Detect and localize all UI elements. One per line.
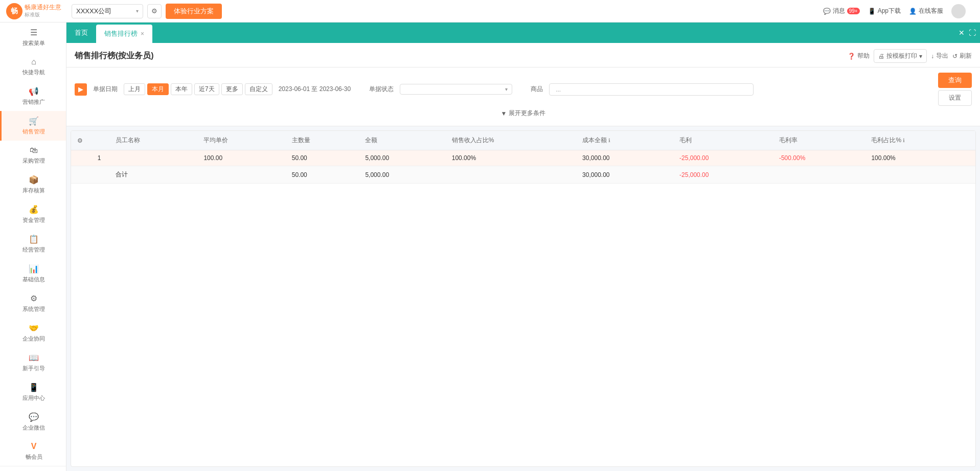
header-actions: ❓ 帮助 🖨 按模板打印 ▾ ↓ 导出 ↺ <box>848 49 972 63</box>
page-header: 销售排行榜(按业务员) ❓ 帮助 🖨 按模板打印 ▾ ↓ <box>66 43 980 68</box>
row-avg-price: 100.00 <box>197 150 285 166</box>
settings-button[interactable]: 设置 <box>938 90 972 106</box>
logo-area: 畅 畅康通好生意 标准版 <box>6 3 67 19</box>
ranking-table: ⚙ 员工名称 平均单价 主数量 全额 销售收入占比% 成本全额 ℹ 毛利 毛利率 <box>71 131 975 184</box>
tab-sales-ranking[interactable]: 销售排行榜 × <box>96 25 152 43</box>
date-btn-7days[interactable]: 近7天 <box>194 83 219 95</box>
sidebar-label-finance: 资金管理 <box>22 216 45 224</box>
date-btn-last-month[interactable]: 上月 <box>124 83 145 95</box>
sidebar-item-member[interactable]: V 畅会员 <box>0 437 66 466</box>
sidebar-item-search-order[interactable]: ☰ 搜索菜单 <box>0 23 66 52</box>
sidebar-item-beginner-guide[interactable]: 📖 新手引导 <box>0 348 66 377</box>
status-select[interactable]: ▾ <box>400 84 512 95</box>
finance-icon: 💰 <box>29 205 39 214</box>
table-body: 1 100.00 50.00 5,000.00 100.00% 30,000.0… <box>71 150 975 166</box>
main-area: ☰ 搜索菜单 ⌂ 快捷导航 📢 营销推广 🛒 销售管理 🛍 采购管理 📦 库 <box>0 23 980 471</box>
page-title: 销售排行榜(按业务员) <box>75 51 154 61</box>
sidebar-label-system: 系统管理 <box>22 305 45 313</box>
inventory-icon: 📦 <box>29 175 39 185</box>
search-icon: ☰ <box>30 28 37 37</box>
filter-expand-arrow[interactable]: ▶ <box>75 83 87 96</box>
sidebar-item-app-center[interactable]: 📱 应用中心 <box>0 377 66 407</box>
print-chevron-icon: ▾ <box>919 53 922 60</box>
sidebar-label-basicinfo: 基础信息 <box>22 276 45 283</box>
message-badge: 99+ <box>847 8 860 14</box>
date-btn-this-month[interactable]: 本月 <box>147 83 169 95</box>
sidebar-item-operations[interactable]: 📋 经营管理 <box>0 229 66 259</box>
filter-area: ▶ 单据日期 上月 本月 本年 近7天 更多 自定义 2023-06-01 <box>66 68 980 126</box>
table-header: ⚙ 员工名称 平均单价 主数量 全额 销售收入占比% 成本全额 ℹ 毛利 毛利率 <box>71 131 975 150</box>
company-selector[interactable]: XXXXX公司 ▾ <box>72 4 143 18</box>
footer-rank-col <box>89 166 109 184</box>
sidebar-label-purchase: 采购管理 <box>22 157 45 165</box>
tab-fullscreen-icon[interactable]: ⛶ <box>969 29 976 37</box>
col-avg-price: 平均单价 <box>197 131 285 150</box>
print-button[interactable]: 🖨 按模板打印 ▾ <box>874 49 927 63</box>
row-settings <box>71 150 89 166</box>
footer-amount: 5,000.00 <box>359 166 445 184</box>
home-icon: ⌂ <box>31 57 36 66</box>
avatar[interactable] <box>951 4 966 18</box>
settings-icon[interactable]: ⚙ <box>147 4 162 18</box>
row-amount: 5,000.00 <box>359 150 445 166</box>
date-btn-more[interactable]: 更多 <box>221 83 243 95</box>
top-bar-right: 💬 消息 99+ 📱 App下载 👤 在线客服 <box>823 4 974 18</box>
expand-conditions-button[interactable]: ▼ 展开更多条件 <box>501 109 546 118</box>
export-button[interactable]: ↓ 导出 <box>931 52 948 60</box>
sidebar-item-finance[interactable]: 💰 资金管理 <box>0 199 66 229</box>
help-label: 帮助 <box>857 52 870 60</box>
goods-filter-label: 商品 <box>531 85 543 94</box>
date-btn-this-year[interactable]: 本年 <box>171 83 192 95</box>
col-settings[interactable]: ⚙ <box>71 131 89 150</box>
logo-icon: 畅 <box>6 3 22 19</box>
sidebar-label-quicknav: 快捷导航 <box>22 69 45 76</box>
print-icon: 🖨 <box>878 53 884 60</box>
trial-button[interactable]: 体验行业方案 <box>166 4 222 19</box>
sidebar-item-enterprise-collab[interactable]: 🤝 企业协同 <box>0 318 66 348</box>
row-cost-amount: 30,000.00 <box>576 150 673 166</box>
tab-close-icon[interactable]: × <box>141 30 144 37</box>
row-sales-pct: 100.00% <box>446 150 576 166</box>
sidebar-bottom: ⚙ ◀ <box>0 466 66 471</box>
row-gross-profit: -25,000.00 <box>673 150 773 166</box>
help-icon: ❓ <box>848 53 855 60</box>
online-service-button[interactable]: 👤 在线客服 <box>909 7 943 15</box>
refresh-label: 刷新 <box>960 52 972 60</box>
sidebar-item-enterprise-wechat[interactable]: 💬 企业微信 <box>0 407 66 437</box>
refresh-icon: ↺ <box>952 53 958 60</box>
message-label: 消息 <box>833 7 845 15</box>
tab-close-all-icon[interactable]: ✕ <box>959 29 965 37</box>
sidebar-item-purchase-mgmt[interactable]: 🛍 采购管理 <box>0 141 66 170</box>
help-button[interactable]: ❓ 帮助 <box>848 52 870 60</box>
wechat-icon: 💬 <box>29 412 39 422</box>
cost-hint-icon: ℹ <box>608 138 610 143</box>
sidebar-item-sales-mgmt[interactable]: 🛒 销售管理 <box>0 111 66 141</box>
footer-gross-margin <box>773 166 865 184</box>
sidebar-label-marketing: 营销推广 <box>22 98 45 106</box>
logo-text: 畅康通好生意 <box>25 4 61 11</box>
sidebar-item-basic-info[interactable]: 📊 基础信息 <box>0 259 66 288</box>
row-gross-pct: 100.00% <box>865 150 975 166</box>
col-gross-pct: 毛利占比% ℹ <box>865 131 975 150</box>
sidebar-item-quick-nav[interactable]: ⌂ 快捷导航 <box>0 52 66 81</box>
date-btn-custom[interactable]: 自定义 <box>245 83 272 95</box>
refresh-button[interactable]: ↺ 刷新 <box>952 52 972 60</box>
query-button[interactable]: 查询 <box>938 73 972 88</box>
message-button[interactable]: 💬 消息 99+ <box>823 7 860 15</box>
col-amount: 全额 <box>359 131 445 150</box>
app-download-button[interactable]: 📱 App下载 <box>868 7 901 15</box>
goods-input[interactable]: ... <box>549 83 754 96</box>
sidebar-item-system[interactable]: ⚙ 系统管理 <box>0 288 66 318</box>
sidebar-item-inventory[interactable]: 📦 库存核算 <box>0 170 66 199</box>
expand-icon: ▼ <box>501 110 507 117</box>
date-range-display: 2023-06-01 至 2023-06-30 <box>279 85 351 94</box>
footer-avg-price <box>197 166 285 184</box>
tab-home[interactable]: 首页 <box>66 23 96 43</box>
action-buttons: 查询 设置 <box>938 73 972 106</box>
sidebar-item-marketing[interactable]: 📢 营销推广 <box>0 81 66 111</box>
app-download-label: App下载 <box>878 7 901 15</box>
filter-row: ▶ 单据日期 上月 本月 本年 近7天 更多 自定义 2023-06-01 <box>75 73 972 106</box>
member-icon: V <box>31 442 37 451</box>
tab-bar: 首页 销售排行榜 × ✕ ⛶ <box>66 23 980 43</box>
goods-more-icon[interactable]: ... <box>556 86 561 93</box>
